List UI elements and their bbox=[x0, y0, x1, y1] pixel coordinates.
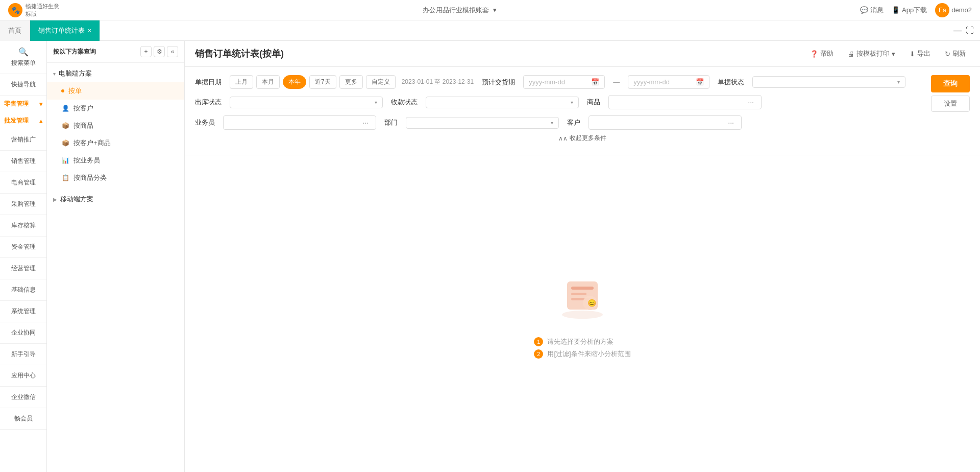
pc-scheme-group-title[interactable]: ▾ 电脑端方案 bbox=[47, 65, 184, 82]
sales-label: 销售管理 bbox=[11, 157, 36, 166]
print-button[interactable]: 🖨 按模板打印 ▾ bbox=[844, 47, 899, 60]
scheme-settings-button[interactable]: ⚙ bbox=[154, 46, 165, 57]
scheme-item-by-salesperson[interactable]: 📊 按业务员 bbox=[47, 152, 184, 169]
more-date-button[interactable]: 更多 bbox=[339, 75, 363, 89]
print-dropdown-icon: ▾ bbox=[892, 50, 895, 58]
minimize-button[interactable]: — bbox=[953, 26, 962, 35]
scheme-item-by-goods[interactable]: 📦 按商品 bbox=[47, 117, 184, 134]
sidebar-item-wechat[interactable]: 企业微信 bbox=[0, 387, 46, 408]
scheme-label-by-goods: 按商品 bbox=[74, 121, 93, 130]
page-header: 销售订单统计表(按单) ❓ 帮助 🖨 按模板打印 ▾ ⬇ 导出 bbox=[185, 41, 980, 67]
print-icon: 🖨 bbox=[848, 50, 854, 58]
refresh-button[interactable]: ↻ 刷新 bbox=[941, 47, 970, 60]
sidebar-section-retail[interactable]: 零售管理 ▾ bbox=[0, 96, 46, 112]
svg-rect-3 bbox=[571, 293, 586, 295]
custom-date-button[interactable]: 自定义 bbox=[366, 75, 396, 89]
sidebar: 🔍 搜索菜单 快捷导航 零售管理 ▾ 批发管理 ▴ 营销推广 销售管理 电商管理… bbox=[0, 41, 47, 472]
tab-sales-statistics[interactable]: 销售订单统计表 × bbox=[30, 20, 100, 41]
last-month-button[interactable]: 上月 bbox=[230, 75, 253, 89]
search-button[interactable]: 查询 bbox=[931, 75, 970, 92]
category-scheme-icon: 📋 bbox=[61, 174, 69, 182]
sidebar-item-newbie[interactable]: 新手引导 bbox=[0, 344, 46, 365]
scheme-item-by-customer[interactable]: 👤 按客户 bbox=[47, 100, 184, 117]
calendar-icon-end: 📅 bbox=[696, 78, 704, 86]
mobile-group-label: 移动端方案 bbox=[60, 195, 93, 204]
wholesale-arrow: ▴ bbox=[39, 117, 42, 125]
expected-end-placeholder: yyyy-mm-dd bbox=[633, 78, 694, 86]
purchase-label: 采购管理 bbox=[11, 200, 36, 208]
department-select[interactable]: ▾ bbox=[406, 117, 559, 129]
sidebar-item-basic[interactable]: 基础信息 bbox=[0, 279, 46, 301]
this-year-button[interactable]: 本年 bbox=[283, 75, 306, 89]
sidebar-item-system[interactable]: 系统管理 bbox=[0, 301, 46, 322]
marketing-label: 营销推广 bbox=[11, 135, 36, 144]
sidebar-item-search[interactable]: 🔍 搜索菜单 bbox=[0, 41, 46, 74]
scheme-item-by-order[interactable]: 按单 bbox=[47, 82, 184, 100]
sidebar-item-ecommerce[interactable]: 电商管理 bbox=[0, 172, 46, 194]
user-avatar[interactable]: Ea demo2 bbox=[935, 3, 972, 17]
customer-select[interactable]: ··· bbox=[589, 115, 742, 130]
expected-delivery-start[interactable]: yyyy-mm-dd 📅 bbox=[523, 75, 605, 89]
out-status-select[interactable]: ▾ bbox=[230, 97, 383, 108]
tab-close-icon[interactable]: × bbox=[88, 27, 91, 34]
last7days-button[interactable]: 近7天 bbox=[309, 75, 336, 89]
main-content-panel: 销售订单统计表(按单) ❓ 帮助 🖨 按模板打印 ▾ ⬇ 导出 bbox=[185, 41, 980, 472]
collapse-button[interactable]: ∧∧ 收起更多条件 bbox=[195, 130, 970, 147]
goods-select[interactable]: ··· bbox=[608, 95, 762, 109]
message-button[interactable]: 💬 消息 bbox=[860, 6, 884, 15]
expand-button[interactable]: ⛶ bbox=[966, 26, 974, 35]
system-label: 系统管理 bbox=[11, 307, 36, 316]
company-selector[interactable]: 办公用品行业模拟账套 ▾ bbox=[423, 6, 497, 15]
customer-label: 客户 bbox=[567, 118, 580, 127]
sidebar-item-quicknav[interactable]: 快捷导航 bbox=[0, 74, 46, 96]
filter-row-person: 业务员 ··· 部门 ▾ 客户 bbox=[195, 115, 921, 130]
scheme-item-by-category[interactable]: 📋 按商品分类 bbox=[47, 169, 184, 186]
sidebar-item-member[interactable]: 畅会员 bbox=[0, 408, 46, 430]
salesperson-dots[interactable]: ··· bbox=[360, 119, 371, 127]
sidebar-item-sales[interactable]: 销售管理 bbox=[0, 151, 46, 172]
sidebar-item-finance[interactable]: 资金管理 bbox=[0, 237, 46, 258]
bill-status-label: 单据状态 bbox=[718, 78, 744, 87]
add-scheme-button[interactable]: + bbox=[140, 46, 152, 57]
bill-status-select[interactable]: ▾ bbox=[752, 76, 905, 88]
sidebar-item-operations[interactable]: 经营管理 bbox=[0, 258, 46, 279]
calendar-icon-start: 📅 bbox=[591, 78, 599, 86]
scheme-panel: 按以下方案查询 + ⚙ « ▾ 电脑端方案 按单 👤 按客 bbox=[47, 41, 185, 472]
sidebar-item-marketing[interactable]: 营销推广 bbox=[0, 129, 46, 151]
department-label: 部门 bbox=[384, 118, 398, 127]
collapse-arrow-icon: ∧∧ bbox=[558, 135, 568, 142]
customer-dots[interactable]: ··· bbox=[726, 119, 736, 127]
empty-state: 😊 1 请先选择要分析的方案 2 用[过滤]条件来缩小分析范围 bbox=[185, 155, 980, 472]
settings-button[interactable]: 设置 bbox=[931, 96, 970, 112]
sidebar-item-enterprise[interactable]: 企业协同 bbox=[0, 322, 46, 344]
mobile-scheme-group-title[interactable]: ▶ 移动端方案 bbox=[47, 191, 184, 208]
export-button[interactable]: ⬇ 导出 bbox=[905, 47, 935, 60]
company-name: 办公用品行业模拟账套 bbox=[423, 6, 489, 15]
help-icon: ❓ bbox=[810, 50, 818, 58]
empty-illustration: 😊 bbox=[552, 266, 613, 329]
goods-dots[interactable]: ··· bbox=[746, 98, 756, 106]
sidebar-item-inventory[interactable]: 库存核算 bbox=[0, 215, 46, 237]
salesperson-select[interactable]: ··· bbox=[223, 115, 376, 130]
expected-delivery-end[interactable]: yyyy-mm-dd 📅 bbox=[628, 75, 709, 89]
retail-label: 零售管理 bbox=[4, 100, 29, 108]
help-button[interactable]: ❓ 帮助 bbox=[806, 47, 838, 60]
newbie-label: 新手引导 bbox=[11, 350, 36, 359]
sidebar-section-wholesale[interactable]: 批发管理 ▴ bbox=[0, 112, 46, 129]
tab-home[interactable]: 首页 bbox=[0, 20, 30, 41]
refresh-icon: ↻ bbox=[945, 50, 950, 58]
scheme-dot bbox=[61, 89, 64, 92]
scheme-panel-header: 按以下方案查询 + ⚙ « bbox=[47, 41, 184, 63]
app-download-button[interactable]: 📱 App下载 bbox=[892, 6, 927, 15]
page-actions: ❓ 帮助 🖨 按模板打印 ▾ ⬇ 导出 ↻ 刷新 bbox=[806, 47, 970, 60]
scheme-item-by-customer-goods[interactable]: 📦 按客户+商品 bbox=[47, 134, 184, 152]
this-month-button[interactable]: 本月 bbox=[256, 75, 280, 89]
payment-status-select[interactable]: ▾ bbox=[426, 97, 579, 108]
filter-area: 单据日期 上月 本月 本年 近7天 更多 自定义 2023-01-01 至 20… bbox=[185, 67, 980, 155]
sidebar-item-purchase[interactable]: 采购管理 bbox=[0, 194, 46, 215]
tip-num-1: 1 bbox=[534, 337, 543, 346]
scheme-label-by-salesperson: 按业务员 bbox=[74, 156, 100, 165]
wechat-label: 企业微信 bbox=[11, 393, 36, 402]
sidebar-item-appcenter[interactable]: 应用中心 bbox=[0, 365, 46, 387]
collapse-panel-button[interactable]: « bbox=[167, 46, 178, 57]
